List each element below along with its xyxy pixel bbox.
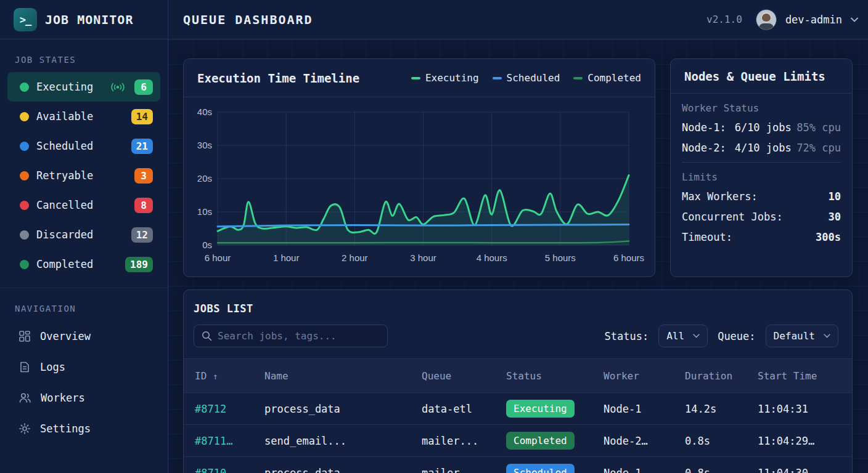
table-row[interactable]: #8710process_datamailerScheduledNode-10.… (184, 456, 852, 473)
terminal-icon: >_ (14, 8, 37, 31)
legend-label: Executing (425, 72, 479, 84)
live-broadcast-icon (110, 82, 126, 92)
limit-value: 10 (829, 190, 841, 203)
job-id-link[interactable]: #8712 (195, 403, 264, 415)
column-header-name[interactable]: Name (264, 370, 422, 382)
navigation-section-label: NAVIGATION (0, 304, 168, 313)
status-dot (20, 171, 29, 180)
chart-title: Execution Time Timeline (197, 71, 359, 85)
sidebar-item-available[interactable]: Available14 (7, 102, 160, 131)
jobs-list-panel: JOBS LIST Status: All Queue: (183, 289, 853, 473)
sidebar-item-settings[interactable]: Settings (0, 413, 168, 444)
job-duration: 0.8s (685, 467, 758, 473)
svg-text:40s: 40s (197, 107, 212, 117)
job-id-link[interactable]: #8710 (195, 467, 264, 473)
sidebar-item-cancelled[interactable]: Cancelled8 (7, 190, 160, 220)
limit-name: Concurrent Jobs: (682, 211, 783, 223)
status-dot (20, 142, 29, 151)
job-id-link[interactable]: #8711… (195, 435, 264, 447)
sidebar-item-executing[interactable]: Executing6 (7, 72, 160, 102)
sidebar-item-discarded[interactable]: Discarded12 (7, 220, 160, 249)
limits-label: Limits (682, 171, 841, 183)
queue-filter-value: Default (774, 330, 815, 342)
status-badge: Scheduled (506, 464, 575, 473)
job-state-label: Scheduled (36, 140, 93, 152)
svg-text:6 hour: 6 hour (205, 253, 231, 263)
column-header-start-time[interactable]: Start Time (758, 370, 852, 382)
document-icon (18, 361, 31, 373)
sidebar-item-completed[interactable]: Completed189 (7, 249, 160, 279)
main-content: Execution Time Timeline ExecutingSchedul… (168, 39, 868, 473)
svg-text:0s: 0s (202, 240, 212, 250)
jobs-list-title: JOBS LIST (194, 302, 838, 315)
user-menu-name[interactable]: dev-admin (785, 14, 842, 26)
chart-panel-header: Execution Time Timeline ExecutingSchedul… (184, 59, 655, 97)
nav-item-label: Logs (40, 361, 65, 373)
column-header-queue[interactable]: Queue (422, 370, 506, 382)
limit-value: 300s (816, 231, 841, 243)
legend-color-dash (493, 77, 502, 79)
job-duration: 14.2s (685, 403, 758, 415)
column-header-worker[interactable]: Worker (604, 370, 685, 382)
job-status-cell: Completed (506, 432, 604, 450)
status-filter-dropdown[interactable]: All (658, 325, 708, 347)
svg-text:1 hour: 1 hour (273, 253, 300, 263)
svg-text:20s: 20s (197, 173, 212, 184)
search-input[interactable] (218, 330, 380, 342)
status-filter-value: All (666, 330, 684, 342)
sidebar-item-scheduled[interactable]: Scheduled21 (7, 131, 160, 161)
jobs-table: ID ↑NameQueueStatusWorkerDurationStart T… (184, 358, 852, 473)
node-name: Node-1: (682, 121, 726, 134)
nav-item-label: Workers (41, 392, 85, 404)
job-name: process_data (264, 403, 422, 415)
status-dot (20, 112, 29, 121)
job-worker: Node-1 (604, 403, 685, 415)
status-dot (20, 83, 29, 92)
status-filter-label: Status: (605, 330, 649, 342)
table-row[interactable]: #8712process_datadata-etlExecutingNode-1… (184, 392, 852, 424)
count-badge: 3 (134, 168, 153, 184)
count-badge: 21 (131, 139, 153, 154)
table-row[interactable]: #8711…send_email...mailer...CompletedNod… (184, 424, 852, 456)
legend-item-completed[interactable]: Completed (573, 72, 641, 84)
job-name: send_email... (264, 435, 422, 447)
job-state-label: Cancelled (36, 199, 93, 211)
job-state-label: Completed (36, 258, 93, 270)
sidebar-item-retryable[interactable]: Retryable3 (7, 161, 160, 190)
svg-text:30s: 30s (197, 140, 212, 150)
job-queue: mailer... (422, 435, 506, 447)
column-header-id[interactable]: ID ↑ (195, 370, 264, 382)
sidebar-item-overview[interactable]: Overview (0, 321, 168, 352)
avatar[interactable] (756, 9, 777, 30)
job-queue: data-etl (422, 403, 506, 415)
sort-ascending-icon: ↑ (213, 371, 218, 381)
table-header-row: ID ↑NameQueueStatusWorkerDurationStart T… (184, 358, 852, 392)
chevron-down-icon[interactable] (851, 17, 858, 22)
legend-item-scheduled[interactable]: Scheduled (493, 72, 560, 84)
queue-filter-dropdown[interactable]: Default (766, 325, 838, 347)
nodes-panel-header: Nodes & Queue Limits (671, 59, 852, 94)
worker-status-label: Worker Status (682, 102, 841, 114)
node-cpu: 72% cpu (796, 142, 841, 154)
legend-color-dash (411, 77, 420, 79)
job-status-cell: Executing (506, 400, 604, 418)
chart-svg: 0s10s20s30s40s6 hour1 hour2 hour3 hour4 … (184, 97, 655, 277)
panel-divider (682, 162, 841, 163)
users-icon (18, 392, 31, 404)
column-header-duration[interactable]: Duration (685, 370, 758, 382)
job-worker: Node-2… (604, 435, 685, 447)
column-header-status[interactable]: Status (506, 370, 604, 382)
chevron-down-icon (824, 334, 830, 338)
legend-item-executing[interactable]: Executing (411, 72, 479, 84)
sidebar-item-workers[interactable]: Workers (0, 382, 168, 413)
chevron-down-icon (693, 334, 700, 338)
sidebar-item-logs[interactable]: Logs (0, 352, 168, 382)
svg-text:2 hour: 2 hour (342, 253, 368, 263)
job-state-label: Discarded (36, 228, 93, 241)
jobs-panel-header: JOBS LIST Status: All Queue: (184, 290, 852, 347)
svg-text:5 hours: 5 hours (545, 253, 576, 263)
limit-row: Timeout: 300s (682, 231, 841, 243)
job-state-label: Executing (36, 81, 93, 93)
job-start-time: 11:04:29… (758, 435, 852, 447)
page-title: QUEUE DASHBOARD (183, 12, 313, 27)
